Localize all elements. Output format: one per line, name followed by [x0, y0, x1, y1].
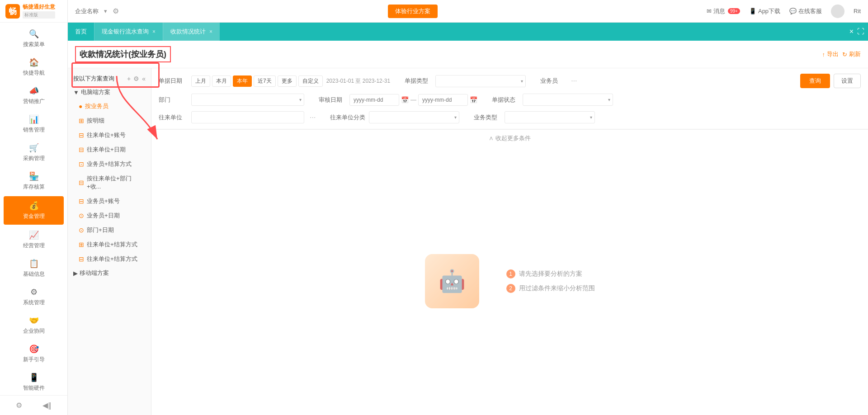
schema-group-desktop-title[interactable]: ▼ 电脑端方案 — [68, 85, 151, 99]
sidebar-item-search[interactable]: 🔍 搜索菜单 — [0, 24, 67, 53]
salesperson-ellipsis[interactable]: ··· — [571, 77, 577, 85]
query-btn[interactable]: 查询 — [800, 74, 830, 88]
date-btn-last-month[interactable]: 上月 — [191, 75, 210, 87]
review-date-start[interactable] — [349, 94, 399, 106]
system-icon: ⚙ — [30, 287, 38, 297]
home-icon: 🏠 — [29, 57, 39, 67]
customer-select-wrapper — [191, 111, 304, 123]
sidebar-item-purchase[interactable]: 🛒 采购管理 — [0, 138, 67, 167]
tab-bar-right: × ⛶ — [849, 28, 868, 36]
empty-state-area: 🤖 1 请先选择要分析的方案 2 用过滤条件来缩小分析范围 — [151, 147, 868, 415]
purchase-icon: 🛒 — [29, 143, 39, 153]
sidebar-item-enterprise[interactable]: 🤝 企业协同 — [0, 311, 67, 340]
date-btn-more[interactable]: 更多 — [278, 75, 297, 87]
messages-btn[interactable]: ✉ 消息 99+ — [707, 7, 740, 15]
schema-item-unit-date[interactable]: ⊟ 往来单位+日期 — [68, 142, 151, 157]
tab-maximize-btn[interactable]: ⛶ — [857, 28, 864, 36]
export-btn[interactable]: ↑ 导出 — [822, 50, 839, 58]
setting-btn[interactable]: 设置 — [834, 74, 861, 88]
schema-group-mobile-title[interactable]: ▶ 移动端方案 — [68, 266, 151, 280]
review-start-cal-icon[interactable]: 📅 — [401, 96, 409, 104]
customer-ellipsis[interactable]: ··· — [310, 113, 316, 122]
basic-icon: 📋 — [29, 259, 39, 269]
sidebar-item-hardware[interactable]: 📱 智能硬件 — [0, 368, 67, 395]
sidebar-label-enterprise: 企业协同 — [23, 327, 45, 335]
sales-icon: 📊 — [29, 114, 39, 124]
sidebar-item-guide[interactable]: 🎯 新手引导 — [0, 340, 67, 368]
settings-icon[interactable]: ⚙ — [113, 7, 119, 15]
collapse-sidebar-btn[interactable]: ◀‖ — [42, 401, 52, 410]
date-btn-this-month[interactable]: 本月 — [212, 75, 231, 87]
unit-account-label: 往来单位+账号 — [87, 131, 126, 139]
trial-btn[interactable]: 体验行业方案 — [388, 5, 438, 18]
date-btn-custom[interactable]: 自定义 — [298, 75, 323, 87]
schema-item-salesperson-account[interactable]: ⊟ 业务员+账号 — [68, 194, 151, 208]
unit-settle2-icon: ⊟ — [79, 255, 84, 263]
voucher-status-select[interactable] — [523, 94, 613, 106]
voucher-type-select-wrapper: ▾ — [435, 75, 526, 87]
biz-type-select[interactable] — [505, 111, 595, 123]
refresh-btn[interactable]: ↻ 刷新 — [842, 50, 861, 58]
user-name[interactable]: Rit — [854, 8, 861, 14]
schema-item-unit-settle2[interactable]: ⊟ 往来单位+结算方式 — [68, 252, 151, 266]
sidebar-item-operation[interactable]: 📈 经营管理 — [0, 226, 67, 254]
user-avatar[interactable] — [831, 5, 844, 18]
empty-hints: 1 请先选择要分析的方案 2 用过滤条件来缩小分析范围 — [506, 269, 595, 293]
schema-settings-btn[interactable]: ⚙ — [133, 75, 139, 82]
tab-home[interactable]: 首页 — [68, 23, 94, 41]
schema-item-unit-dept-collect[interactable]: ⊟ 按往来单位+部门+收... — [68, 171, 151, 194]
schema-item-by-salesperson[interactable]: ● 按业务员 — [68, 99, 151, 113]
hint-item-2: 2 用过滤条件来缩小分析范围 — [506, 284, 595, 293]
sidebar-label-basic: 基础信息 — [23, 270, 45, 278]
tab-receipt[interactable]: 收款情况统计 × — [163, 23, 220, 41]
dropdown-icon[interactable]: ▾ — [104, 8, 107, 14]
schema-item-salesperson-date[interactable]: ⊙ 业务员+日期 — [68, 208, 151, 223]
sidebar-item-sales[interactable]: 📊 销售管理 — [0, 110, 67, 138]
collapse-panel-btn[interactable]: « — [142, 75, 146, 82]
bank-tab-close[interactable]: × — [152, 28, 156, 35]
sidebar-item-inventory[interactable]: 🏪 库存核算 — [0, 167, 67, 195]
sidebar-item-quicknav[interactable]: 🏠 快捷导航 — [0, 53, 67, 81]
schema-item-unit-account[interactable]: ⊟ 往来单位+账号 — [68, 128, 151, 142]
settings-bottom-btn[interactable]: ⚙ — [16, 401, 22, 410]
tab-bank[interactable]: 现金银行流水查询 × — [94, 23, 163, 41]
app-download-btn[interactable]: 📱 App下载 — [749, 7, 780, 15]
dept-select[interactable] — [191, 94, 304, 106]
sidebar-label-marketing: 营销推广 — [23, 98, 45, 105]
date-dash: — — [410, 96, 416, 103]
main-content: 企业名称 ▾ ⚙ 体验行业方案 ✉ 消息 99+ 📱 App下载 💬 — [68, 0, 868, 415]
marketing-icon: 📣 — [29, 86, 39, 96]
enterprise-icon: 🤝 — [29, 316, 39, 325]
unit-date-icon: ⊟ — [79, 146, 84, 153]
unit-dept-collect-icon: ⊟ — [79, 179, 84, 186]
trial-button[interactable]: 体验行业方案 — [388, 5, 438, 18]
schema-item-dept-date[interactable]: ⊙ 部门+日期 — [68, 223, 151, 237]
schema-item-by-detail[interactable]: ⊞ 按明细 — [68, 113, 151, 128]
online-service-btn[interactable]: 💬 在线客服 — [789, 7, 822, 15]
review-date-end[interactable] — [418, 94, 468, 106]
page-title: 收款情况统计(按业务员) — [75, 46, 171, 62]
tab-close-all-btn[interactable]: × — [849, 28, 854, 36]
left-panel: 按以下方案查询 + ⚙ « ▼ 电脑端方案 — [68, 68, 151, 415]
review-end-cal-icon[interactable]: 📅 — [470, 96, 477, 104]
collapse-bar[interactable]: ∧ 收起更多条件 — [151, 129, 868, 147]
schema-item-unit-settle1[interactable]: ⊞ 往来单位+结算方式 — [68, 237, 151, 252]
customer-select[interactable] — [191, 111, 304, 123]
sidebar-label-purchase: 采购管理 — [23, 155, 45, 162]
sidebar-item-finance[interactable]: 💰 资金管理 — [4, 196, 64, 225]
date-btn-this-year[interactable]: 本年 — [233, 75, 252, 87]
sidebar-item-basic[interactable]: 📋 基础信息 — [0, 254, 67, 283]
add-schema-btn[interactable]: + — [127, 75, 131, 82]
receipt-tab-label: 收款情况统计 — [170, 28, 206, 36]
page-body: 按以下方案查询 + ⚙ « ▼ 电脑端方案 — [68, 68, 868, 415]
date-btn-last7[interactable]: 近7天 — [254, 75, 276, 87]
sidebar-nav: 🔍 搜索菜单 🏠 快捷导航 📣 营销推广 📊 销售管理 🛒 采购管理 🏪 — [0, 23, 67, 395]
receipt-tab-close[interactable]: × — [209, 28, 212, 35]
salesperson-date-icon: ⊙ — [79, 212, 84, 219]
biz-type-label: 业务类型 — [474, 113, 501, 122]
sidebar-item-marketing[interactable]: 📣 营销推广 — [0, 81, 67, 110]
customer-cat-select[interactable] — [369, 111, 459, 123]
voucher-type-select[interactable] — [435, 75, 526, 87]
schema-item-salesperson-settle[interactable]: ⊡ 业务员+结算方式 — [68, 157, 151, 171]
sidebar-item-system[interactable]: ⚙ 系统管理 — [0, 283, 67, 311]
